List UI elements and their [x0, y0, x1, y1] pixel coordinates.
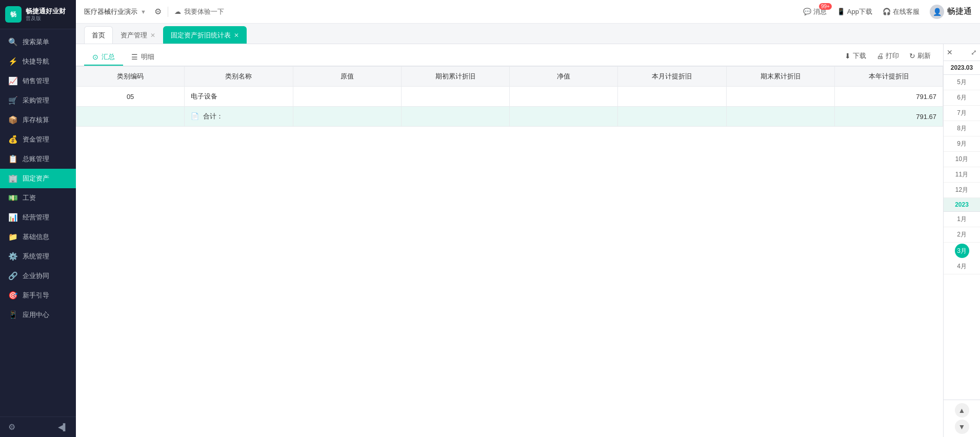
- month-item-11[interactable]: 11月: [944, 167, 980, 183]
- side-panel-month-list: 5月 6月 7月 8月 9月 10月 11月 12月 2023 1月 2月 3月…: [944, 75, 980, 400]
- tab-fixed-asset-depreciation[interactable]: 固定资产折旧统计表 ✕: [163, 26, 247, 44]
- total-label-cell: [76, 107, 185, 127]
- side-panel: ✕ ⤢ 2023.03 5月 6月 7月 8月 9月 10月 11月 12月 2…: [943, 44, 980, 437]
- total-icon: 📄: [191, 112, 199, 120]
- col-category-name: 类别名称: [185, 67, 293, 87]
- sidebar-icon-purchase: 🛒: [8, 96, 17, 105]
- subtab-summary[interactable]: ⊙ 汇总: [84, 49, 123, 66]
- avatar: 👤: [930, 5, 944, 19]
- sidebar-label-app-center: 应用中心: [23, 310, 49, 320]
- month-item-9[interactable]: 9月: [944, 136, 980, 152]
- sidebar-icon-sales: 📈: [8, 76, 17, 86]
- col-category-code: 类别编码: [76, 67, 185, 87]
- side-panel-expand-btn[interactable]: ⤢: [971, 48, 977, 56]
- col-period-end-accumulated-depreciation: 期末累计折旧: [726, 67, 834, 87]
- month-item-8[interactable]: 8月: [944, 121, 980, 136]
- sidebar-icon-ledger: 📋: [8, 154, 17, 164]
- side-panel-up-btn[interactable]: ▲: [955, 403, 969, 418]
- sidebar-item-payroll[interactable]: 💵 工资: [0, 188, 76, 208]
- sidebar-item-base-info[interactable]: 📁 基础信息: [0, 227, 76, 247]
- cell-current-year: 791.67: [834, 87, 943, 107]
- sidebar-item-quick-nav[interactable]: ⚡ 快捷导航: [0, 52, 76, 71]
- sidebar-item-purchase[interactable]: 🛒 采购管理: [0, 91, 76, 110]
- total-original-value: [293, 107, 401, 127]
- sidebar-item-guide[interactable]: 🎯 新手引导: [0, 286, 76, 305]
- download-btn[interactable]: ⬇ 下载: [841, 49, 870, 63]
- sidebar-icon-funds: 💰: [8, 135, 17, 144]
- month-item-4[interactable]: 4月: [944, 259, 980, 274]
- messages-badge: 99+: [819, 3, 832, 10]
- cell-category-name: 电子设备: [185, 87, 293, 107]
- tab-asset-management-close[interactable]: ✕: [150, 32, 155, 38]
- tab-asset-management[interactable]: 资产管理 ✕: [113, 26, 163, 44]
- subtab-summary-label: 汇总: [102, 52, 115, 62]
- cell-net-value: [510, 87, 618, 107]
- side-panel-footer: ▲ ▼: [944, 400, 980, 437]
- cell-current-month: [618, 87, 726, 107]
- refresh-btn[interactable]: ↻ 刷新: [905, 49, 935, 63]
- refresh-label: 刷新: [917, 51, 931, 61]
- logo-main: 畅捷通好业财: [26, 7, 66, 15]
- sidebar-item-ledger[interactable]: 📋 总账管理: [0, 149, 76, 169]
- month-item-1[interactable]: 1月: [944, 212, 980, 227]
- sidebar-label-search: 搜索菜单: [23, 37, 49, 47]
- tab-fixed-asset-depreciation-close[interactable]: ✕: [234, 32, 239, 38]
- sidebar-label-funds: 资金管理: [23, 135, 49, 144]
- print-btn[interactable]: 🖨 打印: [872, 49, 903, 63]
- tab-home[interactable]: 首页: [84, 26, 113, 44]
- settings-icon[interactable]: ⚙: [8, 422, 15, 432]
- sidebar-item-system[interactable]: ⚙️ 系统管理: [0, 247, 76, 266]
- sidebar-label-operations: 经营管理: [23, 213, 49, 222]
- month-item-10[interactable]: 10月: [944, 152, 980, 167]
- total-label: 合计：: [203, 112, 223, 120]
- company-name: 医疗器械行业演示: [84, 7, 137, 16]
- messages-btn[interactable]: 💬 消息 99+: [803, 7, 827, 16]
- topbar: 医疗器械行业演示 ▼ ⚙ ☁ 我要体验一下 💬 消息 99+ 📱 App下载 🎧…: [76, 0, 980, 24]
- total-period-end: [726, 107, 834, 127]
- month-item-7[interactable]: 7月: [944, 106, 980, 121]
- experience-btn[interactable]: ☁ 我要体验一下: [174, 7, 224, 16]
- sidebar-item-funds[interactable]: 💰 资金管理: [0, 130, 76, 149]
- month-item-3-active[interactable]: 3月: [955, 244, 969, 258]
- tab-asset-management-label: 资产管理: [121, 31, 147, 40]
- collapse-icon[interactable]: ◀▌: [58, 423, 68, 431]
- company-dropdown-arrow: ▼: [141, 9, 146, 15]
- sidebar-item-sales[interactable]: 📈 销售管理: [0, 71, 76, 91]
- sidebar-icon-search: 🔍: [8, 37, 17, 47]
- side-panel-down-btn[interactable]: ▼: [955, 420, 969, 434]
- sidebar-icon-base-info: 📁: [8, 232, 17, 242]
- sidebar-item-enterprise[interactable]: 🔗 企业协同: [0, 266, 76, 286]
- sidebar-item-operations[interactable]: 📊 经营管理: [0, 208, 76, 227]
- sidebar-icon-payroll: 💵: [8, 193, 17, 203]
- messages-icon: 💬: [803, 8, 811, 15]
- experience-icon: ☁: [174, 8, 181, 15]
- month-item-5[interactable]: 5月: [944, 75, 980, 90]
- sidebar-icon-fixed-assets: 🏢: [8, 174, 17, 183]
- sidebar-item-inventory[interactable]: 📦 库存核算: [0, 110, 76, 130]
- month-item-12[interactable]: 12月: [944, 183, 980, 198]
- print-icon: 🖨: [876, 52, 884, 60]
- sidebar-icon-operations: 📊: [8, 213, 17, 222]
- company-selector[interactable]: 医疗器械行业演示 ▼: [84, 7, 146, 16]
- user-menu[interactable]: 👤 畅捷通: [930, 5, 972, 19]
- sidebar-footer: ⚙ ◀▌: [0, 416, 76, 437]
- online-support-btn[interactable]: 🎧 在线客服: [883, 7, 919, 16]
- sidebar-item-fixed-assets[interactable]: 🏢 固定资产: [0, 169, 76, 188]
- month-item-6[interactable]: 6月: [944, 90, 980, 106]
- app-download-btn[interactable]: 📱 App下载: [837, 7, 872, 16]
- topbar-settings-icon[interactable]: ⚙: [154, 7, 162, 16]
- side-panel-close-btn[interactable]: ✕: [947, 48, 953, 56]
- sidebar-label-purchase: 采购管理: [23, 96, 49, 105]
- subtab-detail[interactable]: ☰ 明细: [123, 49, 163, 66]
- sidebar: 畅 畅捷通好业财 普及版 🔍 搜索菜单 ⚡ 快捷导航 📈 销售管理 🛒 采购管理…: [0, 0, 76, 437]
- month-item-2[interactable]: 2月: [944, 227, 980, 243]
- subtab-detail-label: 明细: [141, 52, 154, 62]
- download-icon: ⬇: [845, 52, 851, 60]
- refresh-icon: ↻: [909, 52, 915, 60]
- cell-period-end: [726, 87, 834, 107]
- sidebar-item-search[interactable]: 🔍 搜索菜单: [0, 32, 76, 52]
- sidebar-item-app-center[interactable]: 📱 应用中心: [0, 305, 76, 325]
- subtab-bar: ⊙ 汇总 ☰ 明细 ⬇ 下载 🖨 打印: [76, 44, 943, 66]
- sidebar-icon-app-center: 📱: [8, 310, 17, 320]
- col-original-value: 原值: [293, 67, 401, 87]
